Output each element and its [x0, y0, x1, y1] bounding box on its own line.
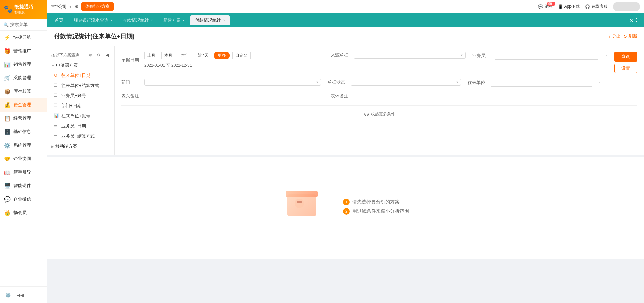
- desktop-group-arrow: ▼: [51, 64, 55, 67]
- empty-tips: 1 请先选择要分析的方案 2 用过滤条件来缩小分析范围: [343, 199, 409, 217]
- sidebar-item-inventory[interactable]: 📦库存核算: [0, 85, 47, 98]
- manage-scheme-btn[interactable]: ⚙: [95, 52, 102, 58]
- bill-status-select[interactable]: ▾: [351, 79, 461, 86]
- scheme-item-staff-account[interactable]: ☰ 业务员+账号: [50, 91, 114, 101]
- sidebar-item-purchase[interactable]: 🛒采购管理: [0, 71, 47, 85]
- date-field: 单据日期 上月 本月 本年 近7天 更多 自定义 2022-01-01 至 20…: [121, 52, 324, 68]
- staff-input[interactable]: [495, 52, 598, 60]
- this-month-btn[interactable]: 本月: [161, 52, 175, 59]
- tab-receipts-stat[interactable]: 收款情况统计 ×: [118, 15, 158, 25]
- tab-new-scheme[interactable]: 新建方案 ×: [158, 15, 189, 25]
- header-note-label: 表头备注: [121, 93, 142, 99]
- filter-area: 单据日期 上月 本月 本年 近7天 更多 自定义 2022-01-01 至 20…: [115, 46, 644, 155]
- add-scheme-btn[interactable]: ⊕: [87, 52, 94, 58]
- sidebar-search[interactable]: 🔍 搜索菜单: [0, 19, 47, 31]
- settings-button[interactable]: 设置: [614, 64, 637, 73]
- nav-icon-hardware: 🖥️: [4, 182, 11, 189]
- settings-footer-btn[interactable]: ⚙️: [3, 290, 13, 300]
- sidebar-item-wechat[interactable]: 💬企业微信: [0, 192, 47, 206]
- custom-btn[interactable]: 自定义: [232, 52, 251, 59]
- trial-button[interactable]: 体验行业方案: [81, 2, 114, 11]
- tab-new-scheme-close[interactable]: ×: [183, 19, 185, 22]
- page-title: 付款情况统计(往来单位+日期): [54, 32, 135, 40]
- last-month-btn[interactable]: 上月: [144, 52, 158, 59]
- scheme-item-unit-date[interactable]: ⊙ 往来单位+日期: [50, 70, 114, 81]
- body-note-input[interactable]: [354, 92, 601, 100]
- desktop-group-header[interactable]: ▼ 电脑端方案: [47, 60, 114, 70]
- dept-label: 部门: [121, 79, 142, 85]
- scheme-item-staff-settle[interactable]: ☰ 业务员+结算方式: [50, 131, 114, 141]
- tip1-num: 1: [343, 199, 350, 205]
- close-all-tabs-btn[interactable]: ✕: [629, 17, 633, 24]
- collapse-sidebar-btn[interactable]: ◀◀: [16, 290, 25, 300]
- collapse-scheme-btn[interactable]: ◀: [104, 52, 110, 58]
- sidebar-item-hardware[interactable]: 🖥️智能硬件: [0, 179, 47, 192]
- refresh-button[interactable]: ↻ 刷新: [623, 33, 637, 39]
- tab-bank-flow-close[interactable]: ×: [111, 19, 113, 22]
- export-button[interactable]: ↑ 导出: [609, 33, 621, 39]
- last-7days-btn[interactable]: 近7天: [195, 52, 211, 59]
- message-icon: 💬: [538, 4, 543, 9]
- this-year-btn[interactable]: 本年: [178, 52, 192, 59]
- sidebar-item-marketing[interactable]: 🎁营销推广: [0, 44, 47, 58]
- query-button[interactable]: 查询: [614, 52, 637, 62]
- topbar-gear-icon[interactable]: ⚙: [75, 4, 79, 9]
- partner-dots[interactable]: ···: [594, 80, 601, 86]
- header-note-input[interactable]: [144, 92, 324, 100]
- empty-illustration: [282, 184, 323, 225]
- topbar: ****公司 ▾ ⚙ 体验行业方案 💬 消息 99+ 📱 App下载 🎧 在线客…: [47, 0, 644, 13]
- scheme-unit-date-icon: ⊙: [54, 73, 59, 78]
- sidebar-item-quick-nav[interactable]: ⚡快捷导航: [0, 31, 47, 44]
- body-note-label: 表体备注: [331, 93, 351, 99]
- dept-select[interactable]: ▾: [144, 79, 321, 86]
- source-select[interactable]: ▾: [354, 52, 466, 59]
- online-service-group[interactable]: 🎧 在线客服: [585, 4, 608, 9]
- sidebar-item-capital[interactable]: 💰资金管理: [0, 98, 47, 112]
- scheme-item-unit-settle[interactable]: ☰ 往来单位+结算方式: [50, 81, 114, 91]
- sidebar-item-enterprise[interactable]: 🤝企业协同: [0, 152, 47, 165]
- logo-icon: 🐾: [3, 5, 12, 14]
- body-note-field: 表体备注: [331, 92, 601, 100]
- scheme-item-staff-date[interactable]: ☰ 业务员+日期: [50, 121, 114, 131]
- app-download-group[interactable]: 📱 App下载: [558, 4, 580, 9]
- tab-receipts-stat-close[interactable]: ×: [151, 19, 153, 22]
- nav-label-enterprise: 企业协同: [13, 156, 31, 162]
- mobile-scheme-group: ▶ 移动端方案: [47, 141, 114, 151]
- user-avatar[interactable]: [613, 2, 640, 11]
- messages-group[interactable]: 💬 消息 99+: [538, 4, 553, 9]
- scheme-item-dept-date[interactable]: ☰ 部门+日期: [50, 101, 114, 111]
- sidebar-item-basic-info[interactable]: 🗄️基础信息: [0, 125, 47, 139]
- nav-icon-guide: 📖: [4, 169, 11, 176]
- scheme-item-unit-account[interactable]: 📊 往来单位+账号: [50, 111, 114, 121]
- refresh-label: 刷新: [628, 33, 637, 39]
- scheme-dept-date-label: 部门+日期: [61, 103, 82, 109]
- staff-dots[interactable]: ···: [601, 53, 608, 59]
- tab-payment-stat-close[interactable]: ×: [223, 19, 225, 22]
- source-label: 来源单据: [331, 52, 351, 58]
- sidebar-item-member[interactable]: 👑畅会员: [0, 206, 47, 219]
- maximize-btn[interactable]: ⛶: [636, 17, 641, 24]
- mobile-group-header[interactable]: ▶ 移动端方案: [47, 141, 114, 151]
- sidebar-item-system[interactable]: ⚙️系统管理: [0, 139, 47, 152]
- tip2-num: 2: [343, 208, 350, 215]
- scheme-unit-settle-label: 往来单位+结算方式: [61, 83, 99, 89]
- tab-bank-flow[interactable]: 现金银行流水查询 ×: [69, 15, 117, 25]
- sidebar-item-guide[interactable]: 📖新手引导: [0, 165, 47, 179]
- logo-text: 畅捷通巧: [14, 4, 33, 10]
- search-icon: 🔍: [3, 22, 9, 27]
- sidebar-item-operation[interactable]: 📋经营管理: [0, 112, 47, 125]
- nav-icon-enterprise: 🤝: [4, 155, 11, 162]
- dept-select-arrow: ▾: [316, 80, 318, 84]
- page-actions: ↑ 导出 ↻ 刷新: [609, 33, 638, 39]
- bill-status-field: 单据状态 ▾: [328, 79, 461, 86]
- tab-payment-stat[interactable]: 付款情况统计 ×: [190, 15, 230, 25]
- more-btn[interactable]: 更多: [214, 52, 230, 59]
- export-label: 导出: [612, 33, 621, 39]
- sidebar-item-sales[interactable]: 📊销售管理: [0, 58, 47, 71]
- scheme-panel-header: 按以下方案查询 ⊕ ⚙ ◀: [47, 50, 114, 60]
- topbar-dropdown-arrow[interactable]: ▾: [69, 4, 72, 9]
- tab-home[interactable]: 首页: [50, 15, 68, 25]
- collapse-button[interactable]: ∧∧ 收起更多条件: [361, 109, 398, 120]
- source-field: 来源单据 ▾: [331, 52, 466, 59]
- partner-input[interactable]: [491, 79, 592, 87]
